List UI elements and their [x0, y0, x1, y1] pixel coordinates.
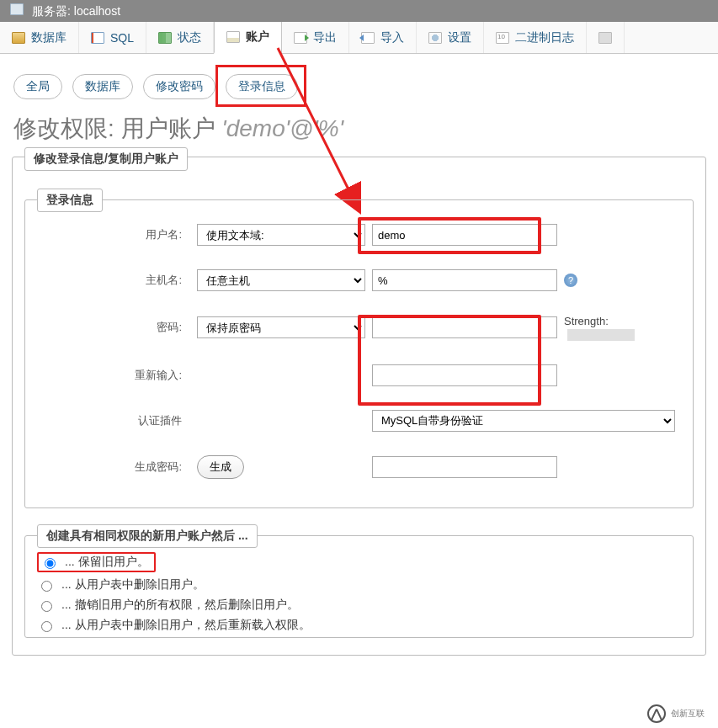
subtab-global[interactable]: 全局	[13, 74, 62, 99]
host-input[interactable]	[372, 269, 557, 291]
password-label: 密码:	[39, 320, 190, 335]
row-password: 密码: 保持原密码 Strength:	[32, 303, 686, 353]
import-icon	[361, 32, 375, 44]
radio-input[interactable]	[41, 621, 52, 632]
tab-label: 数据库	[31, 30, 66, 45]
radio-label: ... 从用户表中删除旧用户，然后重新载入权限。	[61, 618, 311, 633]
tab-label: 二进制日志	[515, 30, 574, 45]
radio-legend: 创建具有相同权限的新用户账户然后 ...	[37, 524, 258, 548]
radio-option-keep[interactable]: ... 保留旧用户。	[37, 550, 681, 575]
server-icon	[10, 3, 24, 15]
subtab-database[interactable]: 数据库	[72, 74, 133, 99]
server-bar: 服务器: localhost	[0, 0, 718, 22]
accounts-icon	[226, 31, 240, 43]
host-label: 主机名:	[39, 273, 190, 288]
tab-label: 导出	[313, 30, 337, 45]
username-input[interactable]	[372, 224, 557, 246]
tab-label: SQL	[110, 31, 134, 45]
after-create-radio-group: 创建具有相同权限的新用户账户然后 ... ... 保留旧用户。 ... 从用户表…	[24, 535, 694, 638]
password-mode-select[interactable]: 保持原密码	[197, 316, 365, 338]
top-tabs: 数据库 SQL 状态 账户 导出 导入 设置 二进制日志	[0, 22, 718, 54]
login-info-group: 登录信息 用户名: 使用文本域: 主机名: 任意主机 ? 密码: 保持原密码	[24, 199, 694, 508]
subtab-login-info[interactable]: 登录信息	[226, 74, 298, 99]
tab-status[interactable]: 状态	[146, 22, 214, 53]
row-generate-password: 生成密码: 生成	[32, 444, 686, 491]
edit-login-frame: 修改登录信息/复制用户账户 登录信息 用户名: 使用文本域: 主机名: 任意主机	[12, 157, 706, 656]
radio-input[interactable]	[41, 581, 52, 592]
radio-label: ... 撤销旧用户的所有权限，然后删除旧用户。	[61, 598, 299, 613]
radio-input[interactable]	[41, 601, 52, 612]
radio-option-revoke-delete[interactable]: ... 撤销旧用户的所有权限，然后删除旧用户。	[37, 595, 681, 615]
tab-label: 导入	[380, 30, 404, 45]
highlight-annotation: ... 保留旧用户。	[37, 552, 156, 572]
sql-icon	[91, 32, 104, 44]
row-username: 用户名: 使用文本域:	[32, 212, 686, 258]
outer-legend: 修改登录信息/复制用户账户	[24, 147, 188, 171]
tab-database[interactable]: 数据库	[0, 22, 79, 53]
tab-binlog[interactable]: 二进制日志	[484, 22, 587, 53]
tab-label: 状态	[178, 30, 201, 45]
radio-option-delete-from-table[interactable]: ... 从用户表中删除旧用户。	[37, 575, 681, 595]
tab-label: 账户	[246, 29, 269, 45]
gear-icon	[428, 32, 442, 44]
retype-label: 重新输入:	[39, 368, 190, 383]
radio-label: ... 从用户表中删除旧用户。	[61, 577, 205, 592]
tab-import[interactable]: 导入	[349, 22, 417, 53]
generate-password-button[interactable]: 生成	[197, 455, 244, 479]
heading-account: 'demo'@'%'	[221, 115, 343, 141]
radio-option-delete-reload[interactable]: ... 从用户表中删除旧用户，然后重新载入权限。	[37, 615, 681, 635]
sub-tabs: 全局 数据库 修改密码 登录信息	[0, 54, 718, 109]
row-host: 主机名: 任意主机 ?	[32, 258, 686, 303]
row-retype: 重新输入:	[32, 353, 686, 398]
heading-prefix: 修改权限: 用户账户	[13, 115, 221, 141]
server-label: 服务器: localhost	[32, 4, 120, 18]
tab-label: 设置	[448, 30, 471, 45]
database-icon	[12, 32, 25, 44]
tab-accounts[interactable]: 账户	[214, 22, 282, 54]
login-info-legend: 登录信息	[37, 189, 103, 212]
radio-input[interactable]	[45, 558, 56, 569]
password-input[interactable]	[372, 316, 557, 338]
more-icon	[598, 32, 612, 44]
tab-settings[interactable]: 设置	[417, 22, 484, 53]
row-auth-plugin: 认证插件 MySQL自带身份验证	[32, 398, 686, 444]
username-mode-select[interactable]: 使用文本域:	[197, 224, 365, 246]
tab-export[interactable]: 导出	[282, 22, 349, 53]
host-mode-select[interactable]: 任意主机	[197, 269, 365, 291]
generated-password-input[interactable]	[372, 456, 557, 478]
auth-label: 认证插件	[39, 413, 190, 428]
strength-label: Strength:	[564, 315, 609, 327]
status-icon	[158, 32, 172, 44]
username-label: 用户名:	[39, 227, 190, 242]
tab-more[interactable]	[587, 22, 625, 53]
radio-label: ... 保留旧用户。	[65, 555, 149, 570]
help-icon[interactable]: ?	[564, 274, 577, 287]
retype-input[interactable]	[372, 364, 557, 386]
tab-sql[interactable]: SQL	[79, 22, 146, 53]
auth-plugin-select[interactable]: MySQL自带身份验证	[372, 410, 675, 432]
subtab-change-password[interactable]: 修改密码	[143, 74, 215, 99]
binary-log-icon	[496, 32, 509, 44]
strength-bar	[567, 329, 635, 341]
export-icon	[294, 32, 307, 44]
gen-label: 生成密码:	[39, 460, 190, 475]
